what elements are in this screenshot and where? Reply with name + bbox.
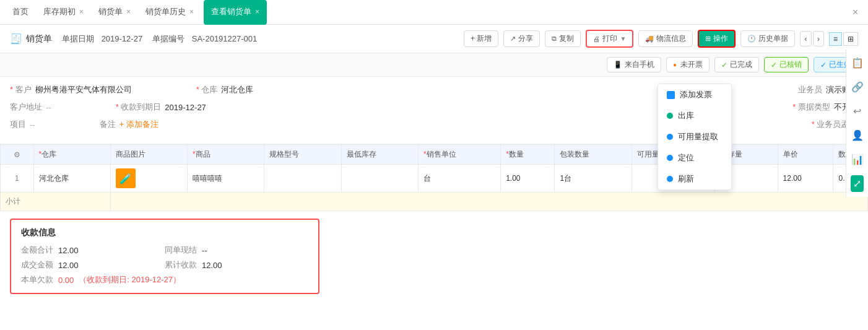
refresh-item[interactable]: 刷新 [658,168,731,189]
tab-close-sales[interactable]: × [126,7,131,16]
panel-icon-1[interactable]: 📋 [849,54,866,71]
row-unit: 台 [418,165,500,193]
col-product: *商品 [188,145,264,165]
logistics-button[interactable]: 🚚 物流信息 [638,30,693,47]
warehouse-value: 河北仓库 [221,84,253,95]
project-field: 项目 -- [10,119,35,130]
doc-number-label: 单据编号 SA-20191227-001 [152,33,257,45]
tab-close-inventory[interactable]: × [79,7,84,16]
prev-button[interactable]: ‹ [800,31,811,46]
total-value: 12.00 [58,246,79,255]
tab-close-view[interactable]: × [255,7,259,16]
product-table: ⚙ *仓库 商品图片 *商品 规格型号 最低库存 *销售单位 *数量 包装数量 … [0,144,868,211]
refresh-label: 刷新 [678,173,694,185]
tab-sales-history[interactable]: 销货单历史 × [138,0,201,25]
sold-button[interactable]: ✓ 已核销 [764,57,809,72]
tab-sales[interactable]: 销货单 × [91,0,138,25]
panel-icon-3[interactable]: ↩ [851,103,864,119]
refresh-icon [667,176,673,182]
window-close-button[interactable]: × [848,7,863,18]
add-invoice-label: 添加发票 [680,89,712,100]
available-qty-label: 可用量提取 [678,131,718,142]
print-button[interactable]: 🖨 打印 ▼ [586,30,633,48]
row-index: 1 [1,165,34,193]
col-spec: 规格型号 [264,145,341,165]
form-section: 客户 柳州粤港平安气体有限公司 仓库 河北仓库 业务员 演示账号 客户地址 --… [0,77,868,144]
from-phone-button[interactable]: 📱 来自手机 [607,57,661,72]
outbound-item[interactable]: 出库 [658,105,731,126]
grid-view-button[interactable]: ⊞ [843,32,858,46]
toolbar-right: + 新增 ↗ 分享 ⧉ 复制 🖨 打印 ▼ 🚚 物流信息 ⊞ 操作 [464,30,858,48]
project-label: 项目 [10,119,26,130]
doc-date-label: 单据日期 2019-12-27 [62,33,142,45]
panel-icon-expand[interactable]: ⤢ [851,175,864,192]
row-product: 嘻嘻嘻嘻 [188,165,264,193]
sales-staff-label: 业务员孟 [812,119,849,130]
new-button[interactable]: + 新增 [464,30,498,47]
tab-close-history[interactable]: × [189,7,194,16]
copy-button[interactable]: ⧉ 复制 [545,30,581,47]
cumulative-value: 12.00 [202,261,222,270]
payment-title: 收款信息 [21,227,308,238]
doc-icon: 🧾 [10,33,22,45]
next-button[interactable]: › [813,31,824,46]
row-pack-qty: 1台 [555,165,631,193]
balance-item: 本单欠款 0.00 （收款到期日: 2019-12-27） [21,274,308,285]
customer-value: 柳州粤港平安气体有限公司 [35,84,132,95]
staff-label: 业务员 [798,84,822,95]
complete-button[interactable]: ✓ 已完成 [714,57,759,72]
history-button[interactable]: 🕐 历史单据 [740,30,795,47]
add-invoice-item[interactable]: 添加发票 [658,84,731,105]
operation-button[interactable]: ⊞ 操作 [698,30,736,48]
row-min-stock [341,165,418,193]
panel-icon-4[interactable]: 👤 [849,127,866,144]
share-button[interactable]: ↗ 分享 [503,30,540,47]
available-qty-item[interactable]: 可用量提取 [658,126,731,147]
doc-meta: 单据日期 2019-12-27 单据编号 SA-20191227-001 [62,33,257,45]
list-view-button[interactable]: ≡ [829,32,842,46]
row-spec [264,165,341,193]
view-toggle: ≡ ⊞ [829,32,858,46]
row-warehouse: 河北仓库 [33,165,110,193]
cumulative-item: 累计收款 12.00 [165,259,308,271]
product-image: 🧪 [116,168,136,188]
panel-icon-2[interactable]: 🔗 [849,79,866,95]
locate-label: 定位 [678,152,694,163]
outbound-label: 出库 [678,110,694,121]
tab-inventory-init[interactable]: 库存期初 × [36,0,91,25]
col-gear: ⚙ [1,145,34,165]
payment-date-field: 收款到期日 2019-12-27 [116,102,206,113]
right-panel: 📋 🔗 ↩ 👤 📊 ⤢ [846,50,868,197]
nav-arrows: ‹ › [800,31,824,46]
tab-home[interactable]: 首页 [5,0,36,25]
table-row: 1 河北仓库 🧪 嘻嘻嘻嘻 台 1.00 1台 12.00 [1,165,868,193]
remark-label: 备注 [100,119,116,130]
customer-field: 客户 柳州粤港平安气体有限公司 [10,84,132,95]
warehouse-label: 仓库 [196,84,218,95]
col-quantity: *数量 [501,145,555,165]
ticket-type-label: 票据类型 [792,102,830,113]
cumulative-label: 累计收款 [165,259,197,271]
subtotal-row: 小计 [1,193,868,211]
doc-title: 🧾 销货单 [10,33,52,45]
row-price: 12.00 [778,165,833,193]
row-image: 🧪 [110,165,187,193]
sub-toolbar: 📱 来自手机 未开票 ✓ 已完成 ✓ 已核销 ✓ 已生效 [0,53,868,77]
subtotal-label: 小计 [1,193,111,211]
panel-icon-5[interactable]: 📊 [849,151,866,168]
tab-view-sales[interactable]: 查看销货单 × [204,0,267,25]
not-open-button[interactable]: 未开票 [666,57,710,72]
outbound-icon [667,113,673,119]
doc-date-value: 2019-12-27 [102,34,143,43]
deal-amount-label: 成交金额 [21,259,53,271]
col-unit: *销售单位 [418,145,500,165]
locate-item[interactable]: 定位 [658,147,731,168]
add-remark-button[interactable]: 添加备注 [119,119,158,130]
doc-title-text: 销货单 [26,33,52,45]
remark-field: 备注 添加备注 [100,119,158,130]
address-label: 客户地址 [10,102,42,113]
balance-value: 0.00 [58,276,74,285]
deal-amount-value: 12.00 [58,261,79,270]
payment-grid: 金额合计 12.00 同单现结 -- 成交金额 12.00 累计收款 12.00… [21,245,308,285]
warehouse-field: 仓库 河北仓库 [196,84,254,95]
